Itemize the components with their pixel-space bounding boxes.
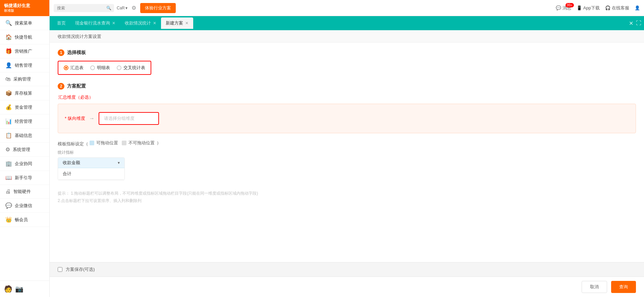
sidebar-item-system[interactable]: ⚙ 系统管理 <box>0 143 49 157</box>
tips-line1: 提示： 1.拖动标题栏可以调整布局，不可跨维度或指标区域拖动栏目字段(只能在同一… <box>58 190 636 197</box>
query-button[interactable]: 查询 <box>611 281 636 293</box>
maximize-btn[interactable]: ⛶ <box>636 20 641 27</box>
sidebar-item-inventory-label: 库存核算 <box>15 90 32 96</box>
dimension-row-label: 纵向维度 <box>65 115 85 121</box>
tab-receipt-stat-close[interactable]: ✕ <box>153 21 156 26</box>
radio-cross[interactable]: 交叉统计表 <box>117 65 145 71</box>
tab-home[interactable]: 首页 <box>52 17 70 29</box>
indicator-settings-label: 模板指标设定（ 可拖动位置 不可拖动位置 ） <box>58 140 636 147</box>
sidebar-item-member-label: 畅会员 <box>15 217 28 223</box>
sidebar-item-wechat[interactable]: 💬 企业微信 <box>0 199 49 213</box>
message-item[interactable]: 💬 消息 99+ <box>556 5 571 11</box>
dimension-select[interactable]: 请选择分组维度 <box>99 112 159 125</box>
tabbar: 首页 现金银行流水查询 ✕ 收款情况统计 ✕ 新建方案 ✕ ✕ ⛶ <box>50 16 644 30</box>
app-name: 畅捷通好生意 <box>4 3 30 8</box>
user-item[interactable]: 👤 <box>635 5 640 10</box>
radio-cross-circle <box>117 65 121 70</box>
newbie-icon: 📖 <box>5 175 12 181</box>
stat-label: 统计指标 <box>58 150 636 155</box>
sidebar-item-hardware-label: 智能硬件 <box>13 189 31 195</box>
tab-new-plan-label: 新建方案 <box>166 20 183 26</box>
sidebar-item-wechat-label: 企业微信 <box>15 203 32 209</box>
app-logo: 畅捷通好生意 标准版 <box>0 0 49 16</box>
tabbar-actions: ✕ ⛶ <box>629 20 641 27</box>
sidebar-item-member[interactable]: 👑 畅会员 <box>0 213 49 227</box>
section1-title: 选择模板 <box>67 50 86 56</box>
radio-cross-label: 交叉统计表 <box>123 65 145 71</box>
close-window-btn[interactable]: ✕ <box>629 20 633 27</box>
app-download-label: App下载 <box>583 5 600 11</box>
section-template: 1 选择模板 汇总表 明细表 交叉统计表 <box>58 49 636 75</box>
summary-dimension-label: 汇总维度（必选） <box>58 94 636 100</box>
tab-new-plan-close[interactable]: ✕ <box>185 21 189 26</box>
section1-header: 1 选择模板 <box>58 49 636 56</box>
legend-movable: 可拖动位置 <box>90 140 118 146</box>
basic-icon: 📋 <box>5 132 12 139</box>
tab-bank-flow[interactable]: 现金银行流水查询 ✕ <box>70 17 120 29</box>
dropdown-text: CaR <box>117 6 125 10</box>
sidebar-icon-1[interactable]: 🧑 <box>4 285 12 293</box>
radio-summary[interactable]: 汇总表 <box>64 65 84 71</box>
sidebar: 畅捷通好生意 标准版 🔍 搜索菜单 🏠 快捷导航 🎁 营销推广 👤 销售管理 🛍… <box>0 0 50 297</box>
fixed-dot <box>122 141 126 145</box>
sidebar-item-management-label: 经营管理 <box>15 118 32 125</box>
arrow-icon: → <box>89 115 95 121</box>
wechat-icon: 💬 <box>5 202 12 209</box>
topbar-dropdown[interactable]: CaR ▾ <box>117 6 127 10</box>
sidebar-item-sales[interactable]: 👤 销售管理 <box>0 58 49 72</box>
sidebar-item-enterprise-label: 企业协同 <box>15 161 32 167</box>
sidebar-item-newbie[interactable]: 📖 新手引导 <box>0 171 49 185</box>
page-footer: 方案保存(可选) <box>50 262 644 277</box>
template-select-box: 汇总表 明细表 交叉统计表 <box>58 61 151 75</box>
tab-home-label: 首页 <box>57 20 66 26</box>
sidebar-item-inventory[interactable]: 📦 库存核算 <box>0 86 49 100</box>
indicator-table-header[interactable]: 收款金额 ▾ <box>58 158 124 168</box>
customer-service-item[interactable]: 🎧 在线客服 <box>605 5 629 11</box>
indicator-header-text: 收款金额 <box>63 160 80 166</box>
tab-receipt-stat[interactable]: 收款情况统计 ✕ <box>120 17 161 29</box>
sidebar-item-management[interactable]: 📊 经营管理 <box>0 114 49 129</box>
sidebar-item-basic[interactable]: 📋 基础信息 <box>0 129 49 143</box>
tab-new-plan[interactable]: 新建方案 ✕ <box>161 17 193 29</box>
cancel-button[interactable]: 取消 <box>582 281 607 293</box>
page-header: 收款情况统计方案设置 <box>50 30 644 43</box>
industry-btn[interactable]: 体验行业方案 <box>140 3 176 13</box>
chevron-down-icon[interactable]: ▾ <box>118 160 120 165</box>
dimension-area: 纵向维度 → 请选择分组维度 <box>58 104 636 133</box>
search-input[interactable] <box>54 4 114 12</box>
movable-label: 可拖动位置 <box>96 140 118 146</box>
home-icon: 🏠 <box>5 34 12 40</box>
radio-detail[interactable]: 明细表 <box>90 65 110 71</box>
management-icon: 📊 <box>5 118 12 125</box>
sidebar-item-search[interactable]: 🔍 搜索菜单 <box>0 16 49 30</box>
sidebar-item-finance-label: 资金管理 <box>15 104 32 110</box>
section-scheme: 2 方案配置 汇总维度（必选） 纵向维度 → 请选择分组维度 <box>58 83 636 208</box>
section1-num: 1 <box>58 49 64 56</box>
search-icon: 🔍 <box>106 6 111 10</box>
settings-icon[interactable]: ⚙ <box>131 5 136 11</box>
hardware-icon: 🖨 <box>5 189 11 195</box>
sidebar-item-enterprise[interactable]: 🏢 企业协同 <box>0 157 49 171</box>
sidebar-item-hardware[interactable]: 🖨 智能硬件 <box>0 185 49 199</box>
message-icon: 💬 <box>556 5 561 10</box>
sidebar-item-finance[interactable]: 💰 资金管理 <box>0 100 49 114</box>
tips-section: 提示： 1.拖动标题栏可以调整布局，不可跨维度或指标区域拖动栏目字段(只能在同一… <box>58 187 636 208</box>
sidebar-item-purchase[interactable]: 🛍 采购管理 <box>0 72 49 86</box>
save-scheme-checkbox[interactable] <box>58 267 62 272</box>
sidebar-bottom: 🧑 📷 <box>0 281 49 297</box>
form-content: 1 选择模板 汇总表 明细表 交叉统计表 <box>50 43 644 262</box>
tab-bank-flow-close[interactable]: ✕ <box>112 21 115 26</box>
app-download-item[interactable]: 📱 App下载 <box>577 5 600 11</box>
sidebar-icon-2[interactable]: 📷 <box>15 285 23 293</box>
radio-detail-label: 明细表 <box>97 65 110 71</box>
user-icon: 👤 <box>635 5 640 10</box>
page-title: 收款情况统计方案设置 <box>58 34 101 39</box>
inventory-icon: 📦 <box>5 90 12 96</box>
indicator-table-cell: 合计 <box>58 168 124 180</box>
search-wrap: 🔍 <box>54 4 114 12</box>
tips-line2: 2.点击标题栏下拉可设置排序、插入列和删除列 <box>58 197 636 205</box>
service-icon: 🎧 <box>605 5 610 10</box>
sidebar-item-quick-nav[interactable]: 🏠 快捷导航 <box>0 30 49 44</box>
sidebar-item-marketing[interactable]: 🎁 营销推广 <box>0 44 49 58</box>
app-edition: 标准版 <box>4 8 30 13</box>
